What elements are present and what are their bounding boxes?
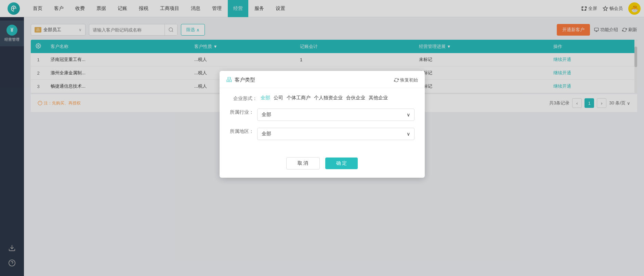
region-form-row: 所属地区： 全部 ∨ <box>230 128 415 140</box>
enterprise-option-3[interactable]: 个人独资企业 <box>314 95 343 101</box>
region-arrow-icon: ∨ <box>407 131 410 137</box>
industry-select-wrap: 全部 ∨ <box>257 109 415 121</box>
industry-value: 全部 <box>262 112 271 118</box>
enterprise-form-row: 企业形式： 全部公司个体工商户个人独资企业合伙企业其他企业 <box>230 95 415 102</box>
enterprise-option-1[interactable]: 公司 <box>274 95 283 101</box>
modal-title: 品 客户类型 <box>226 76 255 84</box>
enterprise-options: 全部公司个体工商户个人独资企业合伙企业其他企业 <box>261 95 415 101</box>
modal-overlay[interactable]: 品 客户类型 恢复初始 企业形式： 全部公司个体工商户个人独资企业合伙企业其他企… <box>0 0 644 276</box>
modal-body: 企业形式： 全部公司个体工商户个人独资企业合伙企业其他企业 所属行业： 全部 ∨… <box>220 88 425 150</box>
modal-header: 品 客户类型 恢复初始 <box>220 71 425 88</box>
modal-reset-label: 恢复初始 <box>400 77 418 83</box>
enterprise-option-2[interactable]: 个体工商户 <box>287 95 311 101</box>
modal-footer: 取 消 确 定 <box>220 150 425 178</box>
region-value: 全部 <box>262 131 271 137</box>
filter-modal: 品 客户类型 恢复初始 企业形式： 全部公司个体工商户个人独资企业合伙企业其他企… <box>220 71 425 178</box>
modal-title-text: 客户类型 <box>235 77 255 83</box>
modal-title-icon: 品 <box>226 76 232 84</box>
region-select[interactable]: 全部 ∨ <box>257 128 415 140</box>
enterprise-option-5[interactable]: 其他企业 <box>369 95 388 101</box>
region-select-wrap: 全部 ∨ <box>257 128 415 140</box>
industry-select[interactable]: 全部 ∨ <box>257 109 415 121</box>
enterprise-option-4[interactable]: 合伙企业 <box>346 95 365 101</box>
enterprise-form-label: 企业形式： <box>230 95 257 102</box>
industry-form-row: 所属行业： 全部 ∨ <box>230 109 415 121</box>
region-label: 所属地区： <box>230 128 254 135</box>
industry-arrow-icon: ∨ <box>407 112 410 117</box>
industry-label: 所属行业： <box>230 109 254 115</box>
confirm-button[interactable]: 确 定 <box>325 158 358 169</box>
enterprise-option-0[interactable]: 全部 <box>261 95 270 101</box>
cancel-button[interactable]: 取 消 <box>286 157 320 170</box>
modal-reset-btn[interactable]: 恢复初始 <box>394 77 418 83</box>
